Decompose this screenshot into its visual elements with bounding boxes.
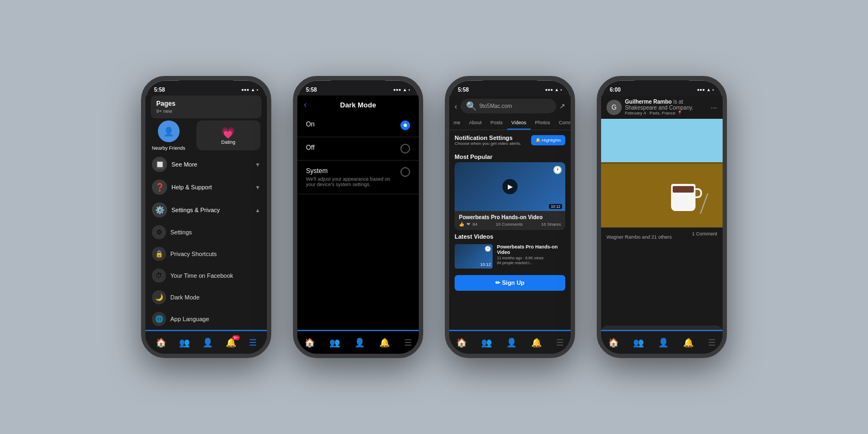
language-icon: 🌐 xyxy=(152,312,166,326)
p2-nav-notif[interactable]: 🔔 xyxy=(379,337,390,348)
p4-comments-count: 1 Comment xyxy=(692,231,717,237)
p2-nav-friends[interactable]: 👥 xyxy=(329,337,340,348)
p2-nav-profile[interactable]: 👤 xyxy=(354,337,365,348)
system-option-text: System We'll adjust your appearance base… xyxy=(306,167,400,187)
p3-notif-sub: Choose when you get video alerts. xyxy=(455,141,521,146)
system-radio[interactable] xyxy=(400,167,410,177)
time-4: 6:00 xyxy=(610,87,621,93)
p3-nav-notif[interactable]: 🔔 xyxy=(531,337,542,348)
dark-mode-system-option[interactable]: System We'll adjust your appearance base… xyxy=(297,161,419,194)
p4-nav-profile[interactable]: 👤 xyxy=(658,337,669,348)
battery-icon-2: ▪ xyxy=(409,87,410,92)
p3-latest-clock-icon: 🕐 xyxy=(484,246,491,252)
p3-share-icon[interactable]: ↗ xyxy=(559,102,565,110)
p4-nav-notif[interactable]: 🔔 xyxy=(683,337,694,348)
screen-1: Pages 9+ new 👤 Nearby Friends 💗 Dating xyxy=(145,95,267,354)
nearby-friends[interactable]: 👤 Nearby Friends xyxy=(152,120,186,151)
p3-notif-title: Notification Settings xyxy=(455,135,521,141)
tab-photos[interactable]: Photos xyxy=(531,117,554,130)
p2-nav-menu[interactable]: ☰ xyxy=(404,337,412,348)
settings-privacy-row[interactable]: ⚙️ Settings & Privacy ▲ xyxy=(145,199,267,221)
p2-nav-home[interactable]: 🏠 xyxy=(304,337,315,348)
screen-2: ‹ Dark Mode On Off xyxy=(297,95,419,354)
screen-4: G Guilherme Rambo is at Shakespeare and … xyxy=(601,95,723,354)
p4-more-button[interactable]: ··· xyxy=(711,103,717,112)
p3-signup-button[interactable]: ✏ Sign Up xyxy=(455,275,565,291)
p3-videos-content: ‹ 🔍 9to5Mac.com ↗ me About Posts Videos … xyxy=(449,95,571,354)
p4-post-date: February 4 · Paris, France 📍 xyxy=(625,111,707,116)
love-icon: ❤ xyxy=(467,222,470,227)
signal-icon-4: ●●● xyxy=(697,87,705,92)
time-1: 5:58 xyxy=(154,87,165,93)
p1-nav-profile[interactable]: 👤 xyxy=(202,337,213,348)
privacy-lock-icon: 🔒 xyxy=(152,247,166,261)
dating-heart-icon: 💗 xyxy=(221,126,235,139)
p4-table xyxy=(601,162,723,227)
tab-me[interactable]: me xyxy=(449,117,465,130)
p3-play-button[interactable]: ▶ xyxy=(502,179,518,194)
phone-1: 5:58 ●●● ▲ ▪ Pages 9+ new 👤 xyxy=(141,76,271,358)
on-radio[interactable] xyxy=(400,120,410,130)
signal-icon-2: ●●● xyxy=(393,87,401,92)
p4-nav-friends[interactable]: 👥 xyxy=(633,337,644,348)
dark-mode-on-option[interactable]: On xyxy=(297,114,419,137)
reaction-count: 84 xyxy=(473,222,477,227)
privacy-shortcuts-item[interactable]: 🔒 Privacy Shortcuts xyxy=(145,243,267,265)
p3-latest-info: Powerbeats Pro Hands-on Video 11 months … xyxy=(497,244,565,265)
p3-search-bar[interactable]: 🔍 9to5Mac.com xyxy=(461,99,556,113)
settings-sub-item[interactable]: ⚙ Settings xyxy=(145,221,267,243)
p4-nav-home[interactable]: 🏠 xyxy=(608,337,619,348)
app-language-item[interactable]: 🌐 App Language xyxy=(145,308,267,330)
p3-nav-profile[interactable]: 👤 xyxy=(506,337,517,348)
p4-user-avatar: G xyxy=(607,100,622,115)
p3-nav-friends[interactable]: 👥 xyxy=(481,337,492,348)
tab-about[interactable]: About xyxy=(465,117,487,130)
dating-card[interactable]: 💗 Dating xyxy=(196,120,260,150)
settings-gear-icon: ⚙️ xyxy=(152,202,167,218)
p3-latest-meta: 11 months ago · 8.6K views xyxy=(497,256,565,260)
p4-post-content: G Guilherme Rambo is at Shakespeare and … xyxy=(601,95,723,354)
p3-notif-section: Notification Settings Choose when you ge… xyxy=(449,130,571,150)
see-more-row[interactable]: 🔲 See More ▼ xyxy=(145,153,267,176)
pages-popup[interactable]: Pages 9+ new xyxy=(151,95,261,118)
tab-videos[interactable]: Videos xyxy=(507,117,531,130)
p3-video-card[interactable]: 🕐 ▶ 10:12 Powerbeats Pro Hands-on Video … xyxy=(455,162,565,230)
p3-highlights-button[interactable]: 🔔 Highlights xyxy=(531,135,565,145)
p1-notif-badge: 9+ xyxy=(232,335,240,340)
p3-nav-menu[interactable]: ☰ xyxy=(556,337,564,348)
off-radio[interactable] xyxy=(400,144,410,154)
tab-posts[interactable]: Posts xyxy=(486,117,507,130)
p3-back-button[interactable]: ‹ xyxy=(455,102,457,111)
search-icon-3: 🔍 xyxy=(466,101,477,111)
p3-bottom-nav: 🏠 👥 👤 🔔 ☰ xyxy=(449,331,571,354)
p3-latest-item[interactable]: 10:12 🕐 Powerbeats Pro Hands-on Video 11… xyxy=(455,244,565,269)
dark-mode-off-option[interactable]: Off xyxy=(297,137,419,161)
p1-nav-menu[interactable]: ☰ xyxy=(249,337,257,348)
wifi-icon-1: ▲ xyxy=(251,87,255,92)
off-option-text: Off xyxy=(306,144,400,151)
notch-3 xyxy=(483,80,537,92)
time-3: 5:58 xyxy=(458,87,469,93)
dark-mode-icon: 🌙 xyxy=(152,290,166,304)
p3-most-popular-title: Most Popular xyxy=(449,150,571,162)
p3-nav-home[interactable]: 🏠 xyxy=(456,337,467,348)
see-more-label: See More xyxy=(171,161,251,168)
your-time-item[interactable]: ⏱ Your Time on Facebook xyxy=(145,265,267,286)
tab-community[interactable]: Communit... xyxy=(554,117,571,130)
off-label: Off xyxy=(306,144,400,151)
dark-mode-item[interactable]: 🌙 Dark Mode xyxy=(145,286,267,308)
notch-2 xyxy=(331,80,385,92)
p3-video-stats: 👍 ❤ 84 10 Comments 16 Shares xyxy=(459,222,561,227)
p1-nav-friends[interactable]: 👥 xyxy=(179,337,190,348)
p3-latest-duration: 10:12 xyxy=(480,262,491,267)
p4-nav-menu[interactable]: ☰ xyxy=(708,337,716,348)
settings-sub-icon: ⚙ xyxy=(152,225,166,239)
see-more-chevron-icon: ▼ xyxy=(255,162,260,168)
p1-nav-notif[interactable]: 🔔9+ xyxy=(226,337,237,348)
privacy-shortcuts-label: Privacy Shortcuts xyxy=(170,251,217,257)
p2-back-button[interactable]: ‹ xyxy=(304,100,307,110)
help-label: Help & Support xyxy=(171,184,251,190)
status-icons-4: ●●● ▲ ▪ xyxy=(697,87,714,92)
help-support-row[interactable]: ❓ Help & Support ▼ xyxy=(145,176,267,199)
p1-nav-home[interactable]: 🏠 xyxy=(156,337,167,348)
